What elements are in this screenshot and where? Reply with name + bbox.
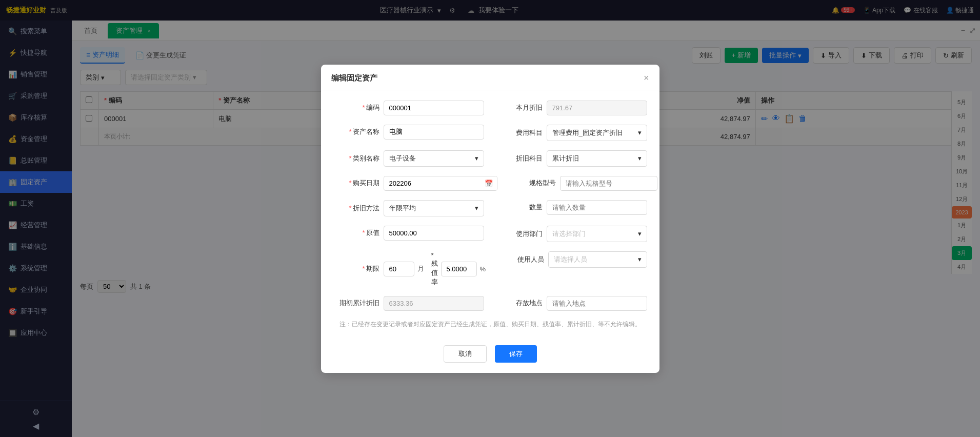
form-col-location: 存放地点 — [496, 296, 647, 311]
residual-rate-input[interactable] — [441, 262, 477, 276]
quantity-input[interactable] — [547, 200, 647, 215]
spec-input[interactable] — [560, 176, 657, 191]
form-row-3: *类别名称 电子设备 ▾ 折旧科目 累计折旧 ▾ — [333, 150, 647, 167]
field-spec: 规格型号 — [510, 176, 657, 191]
form-col-period-residual: *期限 月 * 残值率 % — [333, 251, 486, 287]
field-quantity: 数量 — [496, 200, 647, 215]
dep-method-select[interactable]: 年限平均 ▾ — [384, 200, 484, 216]
category-select[interactable]: 电子设备 ▾ — [384, 150, 484, 167]
dialog-footer: 取消 保存 — [321, 339, 659, 373]
form-col-quantity: 数量 — [496, 200, 647, 216]
form-col-spec: 规格型号 — [510, 176, 657, 191]
dialog-note: 注：已经存在变更记录或者对应固定资产已经生成凭证，原值、购买日期、残值率、累计折… — [333, 320, 647, 329]
form-col-code: *编码 — [333, 101, 484, 115]
department-dropdown-icon: ▾ — [638, 230, 642, 237]
calendar-icon[interactable]: 📅 — [481, 176, 497, 190]
period-input[interactable] — [384, 262, 414, 276]
expense-dropdown-icon: ▾ — [638, 129, 642, 136]
form-col-staff: 使用人员 请选择人员 ▾ — [498, 251, 647, 287]
form-col-initial-dep: 期初累计折旧 — [333, 296, 484, 311]
original-value-input[interactable] — [384, 226, 484, 241]
form-row-7: *期限 月 * 残值率 % 使用人员 请选择人 — [333, 251, 647, 287]
field-dep-category: 折旧科目 累计折旧 ▾ — [496, 150, 647, 167]
category-dropdown-icon: ▾ — [475, 154, 478, 162]
form-row-8: 期初累计折旧 存放地点 — [333, 296, 647, 311]
field-dep-method: *折旧方法 年限平均 ▾ — [333, 200, 484, 216]
field-location: 存放地点 — [496, 296, 647, 311]
field-department: 使用部门 请选择部门 ▾ — [496, 226, 647, 242]
form-row-5: *折旧方法 年限平均 ▾ 数量 — [333, 200, 647, 216]
form-col-name: *资产名称 — [333, 125, 484, 141]
form-col-department: 使用部门 请选择部门 ▾ — [496, 226, 647, 242]
field-original-value: *原值 — [333, 226, 484, 241]
field-expense-category: 费用科目 管理费用_固定资产折旧 ▾ — [496, 125, 647, 141]
field-staff: 使用人员 请选择人员 ▾ — [498, 251, 647, 268]
dialog-header: 编辑固定资产 × — [321, 65, 659, 90]
save-button[interactable]: 保存 — [495, 345, 537, 363]
field-asset-name: *资产名称 — [333, 125, 484, 140]
form-col-category: *类别名称 电子设备 ▾ — [333, 150, 484, 167]
field-monthly-dep: 本月折旧 — [496, 101, 647, 115]
initial-dep-input — [384, 296, 484, 311]
cancel-button[interactable]: 取消 — [444, 345, 487, 363]
dep-dropdown-icon: ▾ — [638, 154, 642, 162]
field-code: *编码 — [333, 101, 484, 115]
expense-category-select[interactable]: 管理费用_固定资产折旧 ▾ — [547, 125, 647, 141]
dialog-close-btn[interactable]: × — [644, 73, 649, 84]
dep-method-dropdown-icon: ▾ — [475, 204, 478, 212]
field-category: *类别名称 电子设备 ▾ — [333, 150, 484, 167]
monthly-dep-input — [547, 101, 647, 115]
dialog-title: 编辑固定资产 — [331, 73, 377, 83]
code-input[interactable] — [384, 101, 484, 115]
dep-category-select[interactable]: 累计折旧 ▾ — [547, 150, 647, 167]
staff-select[interactable]: 请选择人员 ▾ — [548, 251, 647, 268]
form-col-dep-category: 折旧科目 累计折旧 ▾ — [496, 150, 647, 167]
form-row-1: *编码 本月折旧 — [333, 101, 647, 115]
form-row-4: *购买日期 📅 规格型号 — [333, 176, 647, 191]
field-purchase-date: *购买日期 📅 — [333, 176, 497, 191]
department-select[interactable]: 请选择部门 ▾ — [547, 226, 647, 242]
form-col-dep-method: *折旧方法 年限平均 ▾ — [333, 200, 484, 216]
dialog-body: *编码 本月折旧 *资产名称 — [321, 90, 659, 339]
staff-dropdown-icon: ▾ — [638, 255, 642, 263]
modal-overlay: 编辑固定资产 × *编码 本月折旧 — [0, 0, 980, 437]
edit-asset-dialog: 编辑固定资产 × *编码 本月折旧 — [321, 65, 659, 373]
form-col-original-value: *原值 — [333, 226, 484, 242]
form-row-2: *资产名称 费用科目 管理费用_固定资产折旧 ▾ — [333, 125, 647, 141]
form-col-purchase-date: *购买日期 📅 — [333, 176, 497, 191]
form-row-6: *原值 使用部门 请选择部门 ▾ — [333, 226, 647, 242]
form-col-expense: 费用科目 管理费用_固定资产折旧 ▾ — [496, 125, 647, 141]
field-initial-dep: 期初累计折旧 — [333, 296, 484, 311]
form-col-monthly-dep: 本月折旧 — [496, 101, 647, 115]
period-residual-group: 月 * 残值率 % — [384, 251, 486, 287]
asset-name-input[interactable] — [384, 125, 484, 140]
field-period-residual: *期限 月 * 残值率 % — [333, 251, 486, 287]
location-input[interactable] — [547, 296, 647, 311]
purchase-date-input[interactable] — [384, 176, 481, 190]
